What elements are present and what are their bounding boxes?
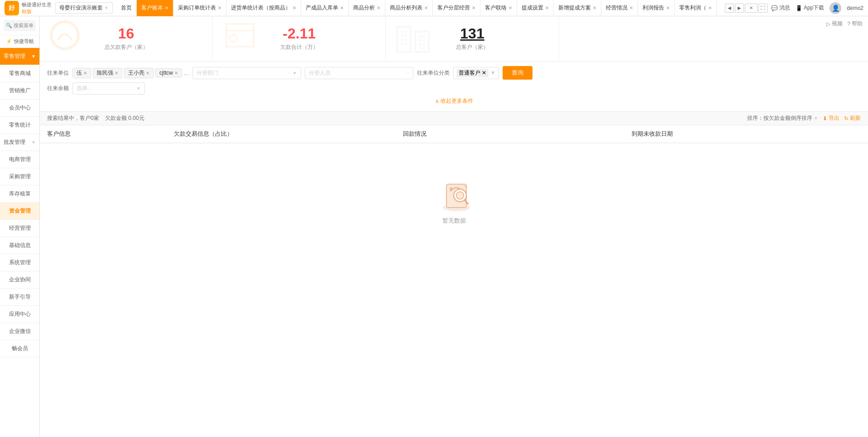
more-tags-btn[interactable]: ... [184, 70, 189, 76]
close-all-btn[interactable]: ✕ [745, 4, 758, 13]
balance-selector[interactable]: 选择... ▼ [72, 82, 145, 95]
logo-area: 好 畅捷通好生意 标版 [5, 1, 52, 15]
message-btn[interactable]: 💬 消息 [771, 4, 790, 12]
stats-bar: 16 总欠款客户（家） -2.11 欠款合计（万） 131 总客户（家） [40, 16, 868, 62]
collapse-filter-btn[interactable]: ∧ 收起更多条件 [435, 97, 473, 105]
tab-retail-profit[interactable]: 零售利润（ ✕ [675, 0, 717, 16]
more-dots-person: ··· [406, 71, 409, 76]
tab-commission-setting[interactable]: 提成设置 ✕ [517, 0, 554, 16]
sidebar-item-member-center[interactable]: 会员中心 [0, 100, 39, 117]
close-tab-icon[interactable]: ✕ [165, 5, 168, 10]
prev-tab-btn[interactable]: ◀ [725, 4, 734, 13]
sidebar-item-capital[interactable]: 资金管理 [0, 203, 39, 220]
chevron-down-icon: ▼ [136, 86, 141, 91]
close-tab-icon[interactable]: ✕ [629, 5, 633, 10]
sidebar-item-purchase[interactable]: 采购管理 [0, 168, 39, 185]
search-menu-btn[interactable]: 🔍 搜索菜单 [4, 20, 36, 31]
export-icon: ⬇ [823, 115, 827, 122]
close-tab-icon[interactable]: ✕ [593, 5, 596, 10]
content-area: 16 总欠款客户（家） -2.11 欠款合计（万） 131 总客户（家） [40, 16, 868, 437]
message-icon: 💬 [771, 5, 778, 11]
stat3-label: 总客户（家） [456, 43, 489, 51]
unit-label: 往来单位 [47, 69, 69, 77]
close-tab-icon[interactable]: ✕ [293, 5, 296, 10]
filter-tag-cjttcw: cjttcw ✕ [155, 68, 182, 77]
tab-new-commission[interactable]: 新增提成方案 ✕ [554, 0, 601, 16]
close-tab-icon[interactable]: ✕ [508, 5, 512, 10]
sidebar-item-retail-stats[interactable]: 零售统计 [0, 117, 39, 134]
table-body: 暂无数据 [40, 143, 868, 252]
top-right-area: 💬 消息 📱 App下载 👤 demo2 [771, 2, 863, 14]
video-btn[interactable]: ▷ 视频 [826, 20, 843, 28]
remove-tag-wang[interactable]: ✕ [146, 71, 149, 76]
remove-classify-tag[interactable]: ✕ [482, 70, 486, 76]
sidebar-item-ecommerce[interactable]: 电商管理 [0, 151, 39, 168]
sort-selector[interactable]: 排序：按欠款金额倒序排序 ▼ [747, 114, 818, 122]
sidebar-item-marketing[interactable]: 营销推广 [0, 82, 39, 100]
close-tab-icon[interactable]: ✕ [666, 5, 670, 10]
tab-purchase-order[interactable]: 采购订单统计表 ✕ [173, 0, 226, 16]
close-tab-icon[interactable]: ✕ [340, 5, 344, 10]
svg-point-1 [230, 35, 237, 42]
sidebar-item-system[interactable]: 系统管理 [0, 254, 39, 271]
tab-customer-contact[interactable]: 客户联络 ✕ [480, 0, 517, 16]
quick-nav-btn[interactable]: ⚡ 快捷导航 [0, 35, 39, 48]
classify-selector[interactable]: 普通客户 ✕ ▼ [453, 67, 499, 79]
tab-goods-analysis[interactable]: 商品分析 ✕ [349, 0, 385, 16]
refresh-btn[interactable]: ↻ 刷新 [844, 114, 861, 122]
app-download-btn[interactable]: 📱 App下载 [796, 4, 824, 12]
remove-tag-chen[interactable]: ✕ [115, 71, 118, 76]
svg-point-0 [51, 22, 78, 49]
sidebar-item-retail-management[interactable]: 零售管理 ▼ [0, 48, 39, 65]
sidebar-item-app-center[interactable]: 应用中心 [0, 306, 39, 323]
remove-tag-wu[interactable]: ✕ [83, 71, 87, 76]
tab-profit-report[interactable]: 利润报告 ✕ [638, 0, 675, 16]
sidebar-item-retail-mall[interactable]: 零售商城 [0, 65, 39, 82]
empty-illustration [434, 171, 475, 211]
tab-home[interactable]: 首页 [116, 0, 137, 16]
close-tab-icon[interactable]: ✕ [218, 5, 221, 10]
sidebar-item-enterprise-wechat[interactable]: 企业微信 [0, 323, 39, 340]
chevron-down-icon: ▼ [814, 116, 818, 121]
query-button[interactable]: 查询 [503, 66, 532, 80]
sidebar-item-basic-info[interactable]: 基础信息 [0, 237, 39, 254]
help-btn[interactable]: ? 帮助 [847, 20, 863, 28]
tab-inventory-stat[interactable]: 进货单统计表（按商品） ✕ [226, 0, 301, 16]
remove-tag-cjttcw[interactable]: ✕ [174, 71, 178, 76]
sidebar-item-beginner[interactable]: 新手引导 [0, 289, 39, 306]
tab-operation[interactable]: 经营情况 ✕ [601, 0, 638, 16]
next-tab-btn[interactable]: ▶ [735, 4, 744, 13]
filter-tag-chen: 陈民强 ✕ [93, 68, 122, 78]
svg-rect-4 [402, 31, 406, 36]
close-tab-icon[interactable]: ✕ [545, 5, 549, 10]
sidebar-item-wholesale[interactable]: 批发管理 ▼ [0, 134, 39, 151]
tab-customer-ledger[interactable]: 客户账本 ✕ [137, 0, 173, 16]
sidebar-item-operation[interactable]: 经营管理 [0, 220, 39, 237]
stat-total-customers: 16 总欠款客户（家） [40, 16, 213, 61]
empty-state: 暂无数据 [434, 171, 475, 225]
empty-text: 暂无数据 [442, 217, 466, 225]
fullscreen-btn[interactable]: ⛶ [758, 4, 767, 13]
industry-selector[interactable]: 母婴行业演示账套 ▼ [55, 2, 113, 14]
person-selector[interactable]: 分管人员 ··· [305, 67, 413, 79]
main-layout: 🔍 搜索菜单 ⚡ 快捷导航 零售管理 ▼ 零售商城 营销推广 会员中心 零售统计… [0, 16, 868, 437]
close-tab-icon[interactable]: ✕ [424, 5, 428, 10]
sidebar-item-vip[interactable]: 畅会员 [0, 340, 39, 357]
play-icon: ▷ [826, 21, 830, 27]
sidebar-item-enterprise[interactable]: 企业协同 [0, 271, 39, 289]
tab-customer-layer[interactable]: 客户分层经营 ✕ [433, 0, 480, 16]
close-tab-icon[interactable]: ✕ [708, 5, 712, 10]
tab-goods-analysis-list[interactable]: 商品分析列表 ✕ [385, 0, 433, 16]
avatar[interactable]: 👤 [830, 2, 841, 14]
dept-selector[interactable]: 分管部门 ··· ▼ [192, 67, 301, 79]
sidebar-item-inventory[interactable]: 库存核算 [0, 185, 39, 203]
logo-text: 畅捷通好生意 标版 [22, 1, 52, 14]
help-icon: ? [847, 21, 850, 27]
chevron-up-icon: ∧ [435, 98, 439, 104]
col-due-date: 到期未收款日期 [632, 130, 861, 138]
tab-product-instock[interactable]: 产成品入库单 ✕ [301, 0, 349, 16]
close-tab-icon[interactable]: ✕ [472, 5, 475, 10]
close-tab-icon[interactable]: ✕ [377, 5, 380, 10]
export-btn[interactable]: ⬇ 导出 [823, 114, 839, 122]
username-label: demo2 [847, 5, 863, 11]
